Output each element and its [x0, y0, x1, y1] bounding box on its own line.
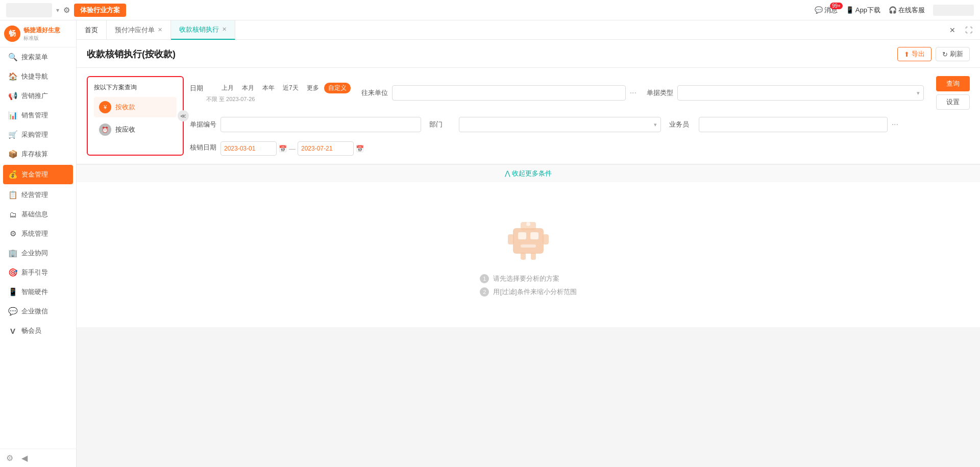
sidebar-label-search: 搜索菜单 [21, 53, 48, 62]
sidebar-item-operations[interactable]: 📋 经营管理 [0, 185, 76, 205]
sidebar-item-search-menu[interactable]: 🔍 搜索菜单 [0, 47, 76, 67]
doc-type-field: 单据类型 ▾ [647, 85, 924, 101]
writeoff-date-label: 核销日期 [190, 143, 216, 152]
shortcut-this-month[interactable]: 本月 [239, 83, 257, 93]
sidebar-item-finance[interactable]: 💰 资金管理 [3, 165, 73, 184]
salesperson-input[interactable] [699, 117, 888, 132]
messages-btn[interactable]: 💬 消息 99+ [815, 6, 838, 15]
salesperson-input-wrap: ··· [699, 117, 900, 132]
calendar-end-icon[interactable]: 📅 [356, 145, 364, 153]
sidebar-item-member[interactable]: V 畅会员 [0, 321, 76, 340]
counterparty-more-btn[interactable]: ··· [628, 88, 639, 97]
online-service-btn[interactable]: 🎧 在线客服 [889, 6, 925, 15]
collapse-sidebar-btn[interactable]: ◀ [21, 453, 28, 463]
svg-rect-2 [530, 232, 538, 239]
writeoff-start-input[interactable] [220, 141, 277, 156]
tab-bar: 首页 预付冲应付单 ✕ 收款核销执行 ✕ ✕ ⛶ [77, 20, 980, 40]
sidebar-item-smart-hw[interactable]: 📱 智能硬件 [0, 282, 76, 302]
shortcut-more[interactable]: 更多 [304, 83, 322, 93]
sidebar-label-basic: 基础信息 [21, 210, 48, 219]
date-field: 日期 上月 本月 本年 近7天 更多 自定义 [190, 83, 353, 103]
main-area: 首页 预付冲应付单 ✕ 收款核销执行 ✕ ✕ ⛶ 收款核销执行(按收款) [77, 20, 980, 467]
calendar-start-icon[interactable]: 📅 [279, 145, 287, 153]
doc-type-select[interactable]: ▾ [677, 85, 924, 101]
app-name: 畅捷通好生意 [23, 26, 60, 35]
filter-fields: 日期 上月 本月 本年 近7天 更多 自定义 [190, 76, 970, 156]
top-bar: ▾ ⚙ 体验行业方案 💬 消息 99+ 📱 App下载 🎧 在线客服 [0, 0, 980, 20]
tab-fullscreen-btn[interactable]: ⛶ [962, 23, 976, 37]
tab-prepay-close[interactable]: ✕ [158, 27, 162, 33]
sidebar-label-member: 畅会员 [21, 326, 41, 335]
doc-type-control[interactable] [677, 85, 924, 101]
empty-tip-2: 2 用[过滤]条件来缩小分析范围 [480, 287, 576, 297]
sidebar-label-finance: 资金管理 [21, 170, 48, 179]
gear-icon[interactable]: ⚙ [63, 6, 70, 15]
tab-home[interactable]: 首页 [77, 20, 107, 40]
app-download-btn[interactable]: 📱 App下载 [846, 6, 880, 15]
dept-control[interactable] [459, 117, 660, 132]
sidebar-item-basic-info[interactable]: 🗂 基础信息 [0, 205, 76, 224]
industry-btn[interactable]: 体验行业方案 [74, 4, 126, 17]
more-conditions-btn[interactable]: ⋀ 收起更多条件 [77, 164, 980, 182]
inventory-icon: 📦 [8, 150, 17, 159]
tab-receivable[interactable]: 收款核销执行 ✕ [171, 20, 235, 40]
query-option-by-receipt[interactable]: ¥ 按收款 [94, 97, 177, 117]
page-header-actions: ⬆ 导出 ↻ 刷新 [897, 47, 970, 67]
receipt-icon: ¥ [99, 101, 111, 113]
writeoff-end-input[interactable] [298, 141, 354, 156]
sidebar-item-enterprise[interactable]: 🏢 企业协同 [0, 243, 76, 263]
sidebar-item-wechat[interactable]: 💬 企业微信 [0, 302, 76, 321]
sidebar-item-system[interactable]: ⚙ 系统管理 [0, 224, 76, 243]
collapse-panel-btn[interactable]: ≪ [178, 110, 189, 121]
search-icon: 🔍 [8, 53, 17, 62]
sidebar-item-sales[interactable]: 📊 销售管理 [0, 106, 76, 125]
tab-receivable-close[interactable]: ✕ [222, 27, 227, 32]
user-avatar[interactable] [933, 5, 974, 16]
query-btn[interactable]: 查询 [936, 76, 970, 91]
app-logo [6, 3, 52, 17]
action-buttons: 查询 设置 [936, 76, 970, 110]
date-no-limit: 不限 至 2023-07-26 [206, 95, 353, 103]
messages-badge: 99+ [830, 3, 843, 9]
doc-number-input[interactable] [220, 117, 421, 132]
empty-illustration [503, 213, 554, 264]
sidebar-label-operations: 经营管理 [21, 190, 48, 200]
shortcut-this-year[interactable]: 本年 [259, 83, 278, 93]
shortcut-last-month[interactable]: 上月 [218, 83, 237, 93]
shortcut-7days[interactable]: 近7天 [280, 83, 302, 93]
sidebar-logo: 畅 畅捷通好生意 标准版 [0, 20, 76, 47]
settings-bottom-icon[interactable]: ⚙ [6, 453, 13, 463]
sidebar-label-sales: 销售管理 [21, 111, 48, 120]
sidebar-item-marketing[interactable]: 📢 营销推广 [0, 86, 76, 106]
wechat-icon: 💬 [8, 307, 17, 316]
writeoff-date-field: 核销日期 📅 — 📅 [190, 139, 970, 156]
tab-receivable-label: 收款核销执行 [179, 25, 219, 34]
sidebar-item-quick-nav[interactable]: 🏠 快捷导航 [0, 67, 76, 86]
counterparty-input[interactable] [392, 85, 626, 101]
svg-rect-4 [508, 234, 514, 244]
dept-select[interactable]: ▾ [459, 117, 660, 132]
filter-row-1: 日期 上月 本月 本年 近7天 更多 自定义 [190, 76, 970, 110]
export-btn[interactable]: ⬆ 导出 [897, 47, 932, 61]
doc-type-arrow: ▾ [917, 90, 920, 96]
svg-rect-5 [543, 234, 549, 244]
salesperson-more-btn[interactable]: ··· [890, 120, 900, 129]
sidebar-item-inventory[interactable]: 📦 库存核算 [0, 144, 76, 164]
top-bar-left: ▾ ⚙ 体验行业方案 [6, 3, 815, 17]
app-edition: 标准版 [23, 35, 60, 42]
settings-btn[interactable]: 设置 [936, 94, 970, 110]
counterparty-field: 往来单位 ··· [361, 85, 639, 101]
tab-prepay[interactable]: 预付冲应付单 ✕ [107, 20, 171, 40]
top-bar-right: 💬 消息 99+ 📱 App下载 🎧 在线客服 [815, 5, 974, 16]
filter-section: 按以下方案查询 ¥ 按收款 ⏰ 按应收 ≪ [77, 68, 980, 182]
sidebar-item-purchase[interactable]: 🛒 采购管理 [0, 125, 76, 144]
tab-close-all-btn[interactable]: ✕ [945, 23, 960, 37]
sidebar-item-beginner[interactable]: 🎯 新手引导 [0, 263, 76, 282]
dropdown-arrow[interactable]: ▾ [56, 7, 59, 14]
receivable-icon: ⏰ [99, 124, 111, 136]
query-option-by-receivable[interactable]: ⏰ 按应收 [94, 119, 177, 140]
query-panel: 按以下方案查询 ¥ 按收款 ⏰ 按应收 ≪ [87, 76, 184, 156]
shortcut-custom[interactable]: 自定义 [324, 83, 351, 93]
refresh-btn[interactable]: ↻ 刷新 [936, 47, 970, 61]
sidebar-label-beginner: 新手引导 [21, 268, 48, 277]
